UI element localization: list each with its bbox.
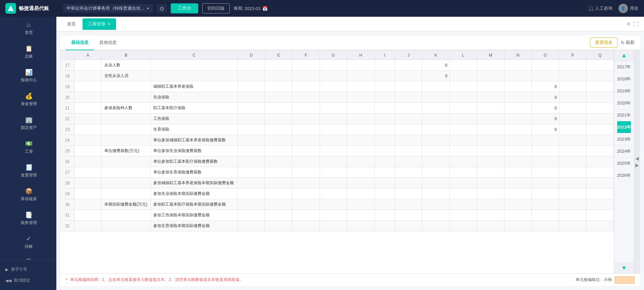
user-area[interactable]: 👤 用友 (619, 4, 639, 13)
cell-29-l[interactable] (449, 189, 477, 199)
cell-32-a[interactable] (74, 221, 102, 231)
cell-27-i[interactable] (374, 167, 395, 178)
cell-21-h[interactable] (347, 103, 375, 114)
cell-32-m[interactable] (477, 221, 504, 231)
cell-26-o[interactable] (532, 156, 559, 167)
expand-button[interactable]: ⛶ (633, 21, 639, 27)
cell-27-f[interactable] (292, 167, 320, 178)
cell-32-q[interactable] (586, 221, 614, 231)
cell-29-a[interactable] (74, 189, 102, 199)
cell-32-k[interactable] (422, 221, 450, 231)
cell-30-j[interactable] (395, 199, 422, 210)
cell-29-q[interactable] (586, 189, 614, 199)
cell-18-g[interactable] (320, 71, 347, 81)
sidebar-item-ledger[interactable]: 📋 总账 (0, 40, 56, 64)
cell-32-o[interactable] (532, 221, 559, 231)
cell-29-p[interactable] (559, 189, 586, 199)
cell-20-l[interactable] (449, 92, 477, 103)
cell-31-l[interactable] (449, 210, 477, 221)
sub-tab-basic[interactable]: 基础信息 (66, 35, 94, 50)
cell-28-h[interactable] (347, 178, 375, 189)
cell-26-k[interactable] (422, 156, 450, 167)
cell-23-d[interactable] (237, 124, 265, 135)
col-header-o[interactable]: O (532, 51, 559, 60)
cell-17-l[interactable] (449, 60, 477, 71)
cell-20-h[interactable] (347, 92, 375, 103)
cell-24-c[interactable]: 单位参加城镇职工基本养老保险缴费基数 (151, 135, 238, 146)
cell-32-l[interactable] (449, 221, 477, 231)
refresh-button[interactable]: ↻ 刷新 (621, 38, 635, 48)
cell-23-a[interactable] (74, 124, 102, 135)
cell-18-h[interactable] (347, 71, 375, 81)
col-header-c[interactable]: C (151, 51, 238, 60)
cell-21-p[interactable] (559, 103, 586, 114)
cell-32-d[interactable] (237, 221, 265, 231)
col-header-j[interactable]: J (395, 51, 422, 60)
cell-27-k[interactable] (422, 167, 450, 178)
sidebar-item-home[interactable]: ⌂ 首页 (0, 17, 56, 40)
cell-28-p[interactable] (559, 178, 586, 189)
cell-22-l[interactable] (449, 114, 477, 124)
cell-21-d[interactable] (237, 103, 265, 114)
cell-20-n[interactable] (504, 92, 532, 103)
cell-30-q[interactable] (586, 199, 614, 210)
cell-32-e[interactable] (265, 221, 292, 231)
year-item[interactable]: 2018年 (617, 73, 631, 85)
cell-31-o[interactable] (532, 210, 559, 221)
cell-29-d[interactable] (237, 189, 265, 199)
cell-18-k[interactable]: 0 (422, 71, 450, 81)
cell-29-m[interactable] (477, 189, 504, 199)
cell-19-q[interactable] (586, 81, 614, 92)
cell-26-j[interactable] (395, 156, 422, 167)
cell-25-f[interactable] (292, 146, 320, 156)
cell-25-e[interactable] (265, 146, 292, 156)
tab-close-icon[interactable]: ✕ (107, 22, 111, 26)
cell-18-c[interactable] (151, 71, 238, 81)
col-header-f[interactable]: F (292, 51, 320, 60)
cell-30-p[interactable] (559, 199, 586, 210)
cell-27-m[interactable] (477, 167, 504, 178)
cell-20-q[interactable] (586, 92, 614, 103)
year-item[interactable]: 2022年 (617, 121, 631, 133)
cell-27-n[interactable] (504, 167, 532, 178)
cell-24-e[interactable] (265, 135, 292, 146)
cell-22-d[interactable] (237, 114, 265, 124)
cell-25-n[interactable] (504, 146, 532, 156)
cell-22-f[interactable] (292, 114, 320, 124)
cell-30-e[interactable] (265, 199, 292, 210)
cell-31-j[interactable] (395, 210, 422, 221)
cell-31-h[interactable] (347, 210, 375, 221)
cell-24-i[interactable] (374, 135, 395, 146)
right-expand-panel[interactable]: ◀ ▶ (634, 50, 640, 273)
cell-21-l[interactable] (449, 103, 477, 114)
cell-19-l[interactable] (449, 81, 477, 92)
cell-26-p[interactable] (559, 156, 586, 167)
cell-30-i[interactable] (374, 199, 395, 210)
year-panel-up-button[interactable]: ▲ (614, 50, 634, 61)
cell-25-l[interactable] (449, 146, 477, 156)
sidebar-item-inventory[interactable]: 📦 库存核算 (0, 183, 56, 207)
cell-28-d[interactable] (237, 178, 265, 189)
cell-24-m[interactable] (477, 135, 504, 146)
cell-20-g[interactable] (320, 92, 347, 103)
cell-20-o[interactable]: 0 (532, 92, 559, 103)
cell-21-e[interactable] (265, 103, 292, 114)
sidebar-item-checkout[interactable]: ✓ 结账 (0, 230, 56, 254)
cell-21-q[interactable] (586, 103, 614, 114)
cell-26-e[interactable] (265, 156, 292, 167)
cell-23-c[interactable]: 生育保险 (151, 124, 238, 135)
cell-24-a[interactable] (74, 135, 102, 146)
cell-21-c[interactable]: 职工基本医疗保险 (151, 103, 238, 114)
cell-19-f[interactable] (292, 81, 320, 92)
cell-20-c[interactable]: 失业保险 (151, 92, 238, 103)
cell-20-e[interactable] (265, 92, 292, 103)
cell-21-o[interactable]: 0 (532, 103, 559, 114)
cell-27-o[interactable] (532, 167, 559, 178)
company-selector[interactable]: 中审众环会计师事务所（特殊普通合伙... ▼ (63, 4, 153, 13)
cell-28-a[interactable] (74, 178, 102, 189)
cell-20-k[interactable] (422, 92, 450, 103)
cell-25-j[interactable] (395, 146, 422, 156)
cell-18-d[interactable] (237, 71, 265, 81)
cell-26-f[interactable] (292, 156, 320, 167)
calendar-icon[interactable]: 📅 (262, 6, 268, 11)
